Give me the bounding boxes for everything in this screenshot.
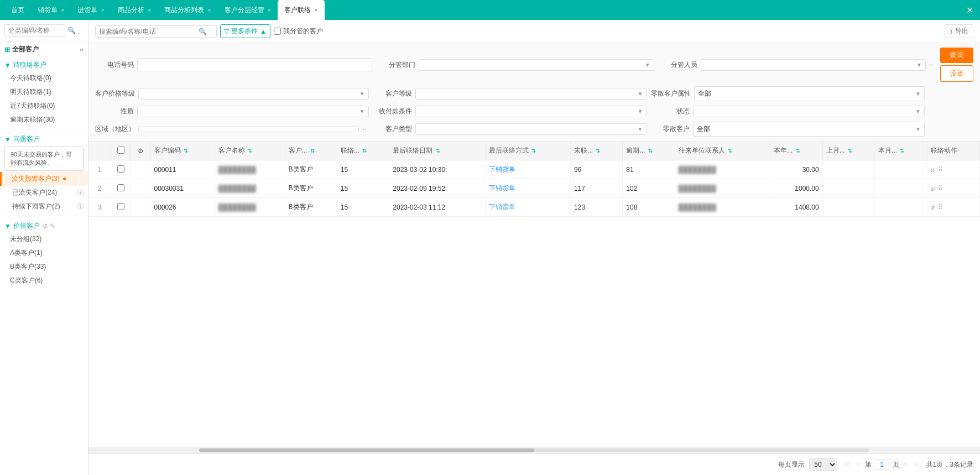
action-menu-icon-0[interactable]: ⠿ bbox=[938, 166, 943, 174]
filter-payment-arrow: ▼ bbox=[637, 108, 643, 114]
cell-method-0[interactable]: 下销货单 bbox=[486, 160, 571, 179]
next-page-btn[interactable]: > bbox=[901, 460, 910, 469]
tab-analysis[interactable]: 商品分析 × bbox=[111, 0, 158, 20]
action-link-icon-1[interactable]: ⌀ bbox=[931, 185, 935, 192]
h-scrollbar-area[interactable] bbox=[88, 447, 980, 453]
last-page-btn[interactable]: >| bbox=[912, 460, 922, 469]
settings-button[interactable]: 设置 bbox=[940, 65, 973, 82]
sidebar-search-input[interactable] bbox=[4, 24, 65, 36]
sidebar-collapse-icon[interactable]: « bbox=[80, 46, 84, 54]
th-no-contact[interactable]: 未联... ⇅ bbox=[570, 142, 622, 160]
th-last-contact-method[interactable]: 最后联络方式 ⇅ bbox=[486, 142, 571, 160]
filter-region-select[interactable] bbox=[138, 127, 359, 132]
cell-settings-0 bbox=[131, 160, 150, 179]
tab-analysis-list[interactable]: 商品分析列表 × bbox=[158, 0, 217, 20]
action-link-icon-2[interactable]: ⌀ bbox=[931, 203, 935, 211]
filter-retail-customer-select[interactable]: 全部 ▼ bbox=[693, 122, 925, 137]
value-group-add-icon[interactable]: ✎ bbox=[50, 222, 55, 230]
cell-checkbox-0[interactable] bbox=[111, 160, 131, 179]
sort-arrow-date: ⇅ bbox=[436, 148, 440, 154]
page-number-input[interactable] bbox=[874, 459, 890, 470]
sidebar-item-today-contact[interactable]: 今天待联络(0) bbox=[0, 71, 88, 85]
more-conditions-btn[interactable]: ▽ 更多条件 ▲ bbox=[220, 24, 270, 38]
th-overdue[interactable]: 逾期... ⇅ bbox=[623, 142, 675, 160]
table-row: 2 00030031 ████████ B类客户 15 2023-02-09 1… bbox=[88, 179, 980, 198]
cell-method-1[interactable]: 下销货单 bbox=[486, 179, 571, 198]
tab-sales-close[interactable]: × bbox=[61, 7, 64, 13]
page-size-select[interactable]: 50 100 200 bbox=[809, 458, 837, 471]
sort-arrow-thismonth: ⇅ bbox=[900, 148, 904, 154]
th-this-year[interactable]: 本年... ⇅ bbox=[770, 142, 822, 160]
th-this-month[interactable]: 本月... ⇅ bbox=[875, 142, 927, 160]
th-customer-type[interactable]: 客户... ⇅ bbox=[285, 142, 337, 160]
tab-analysis-list-close[interactable]: × bbox=[207, 7, 211, 13]
query-button[interactable]: 查询 bbox=[940, 48, 973, 63]
filter-phone-input[interactable] bbox=[137, 58, 372, 71]
action-link-icon-0[interactable]: ⌀ bbox=[931, 166, 935, 174]
filter-customer-tier-select[interactable]: ▼ bbox=[415, 88, 647, 100]
prev-page-btn[interactable]: < bbox=[854, 460, 862, 469]
filter-payment-select[interactable]: ▼ bbox=[415, 106, 647, 117]
filter-dept-select[interactable]: ▼ bbox=[419, 59, 654, 71]
arrow-value-icon: ▼ bbox=[4, 222, 11, 230]
export-button[interactable]: ↑ 导出 bbox=[945, 24, 973, 38]
sidebar-item-churned[interactable]: 已流失客户(24) ⓘ bbox=[0, 186, 88, 200]
th-contact[interactable]: 联络... ⇅ bbox=[337, 142, 389, 160]
th-customer-name[interactable]: 客户名称 ⇅ bbox=[215, 142, 285, 160]
filter-retail-customer-value: 全部 bbox=[697, 124, 710, 134]
filter-customer-type-select[interactable]: ▼ bbox=[415, 123, 647, 135]
tab-customer-contact-close[interactable]: × bbox=[314, 7, 317, 13]
sidebar-item-class-a[interactable]: A类客户(1) bbox=[0, 246, 88, 260]
tab-purchase[interactable]: 进货单 × bbox=[71, 0, 111, 20]
group-problem-customers[interactable]: ▼ 问题客户 bbox=[0, 132, 88, 145]
sidebar-item-overdue-contact[interactable]: 逾期未联络(30) bbox=[0, 113, 88, 127]
sidebar-item-unclassified[interactable]: 未分组(32) bbox=[0, 232, 88, 246]
sidebar-item-churn-warning[interactable]: 流失预警客户(3) ● bbox=[0, 172, 88, 186]
window-close-button[interactable]: ✕ bbox=[966, 5, 973, 15]
all-customers-header[interactable]: ⊞ 全部客户 « bbox=[0, 41, 88, 58]
tab-sales[interactable]: 销货单 × bbox=[31, 0, 71, 20]
data-table-wrapper: ⚙ 客户编码 ⇅ 客户名称 ⇅ 客户... ⇅ bbox=[88, 142, 980, 447]
tab-customer-contact[interactable]: 客户联络 × bbox=[278, 0, 324, 20]
tab-home[interactable]: 首页 bbox=[4, 0, 31, 20]
tab-purchase-close[interactable]: × bbox=[101, 7, 104, 13]
th-settings[interactable]: ⚙ bbox=[131, 142, 150, 160]
sidebar-item-tomorrow-contact[interactable]: 明天待联络(1) bbox=[0, 85, 88, 99]
sidebar-item-7day-contact[interactable]: 近7天待联络(0) bbox=[0, 99, 88, 113]
sidebar-item-class-b[interactable]: B类客户(33) bbox=[0, 260, 88, 274]
action-menu-icon-2[interactable]: ⠿ bbox=[938, 203, 943, 211]
first-page-btn[interactable]: |< bbox=[842, 460, 852, 469]
toolbar-search-box: 🔍 bbox=[95, 25, 217, 38]
cell-checkbox-1[interactable] bbox=[111, 179, 131, 198]
cell-checkbox-2[interactable] bbox=[111, 198, 131, 217]
filter-price-tier-select[interactable]: ▼ bbox=[138, 88, 369, 100]
cell-method-2[interactable]: 下销货单 bbox=[486, 198, 571, 217]
table-footer: 每页显示 50 100 200 |< < 第 页 > >| 共1页，3条记录 bbox=[88, 453, 980, 475]
filter-retail-attr-select[interactable]: 全部 ▼ bbox=[694, 86, 925, 101]
sidebar-item-class-c[interactable]: C类客户(6) bbox=[0, 274, 88, 288]
my-customers-checkbox[interactable] bbox=[274, 28, 281, 35]
action-menu-icon-1[interactable]: ⠿ bbox=[938, 185, 943, 192]
sidebar-search-icon[interactable]: 🔍 bbox=[67, 27, 76, 34]
tab-customer-tier[interactable]: 客户分层经营 × bbox=[218, 0, 278, 20]
toolbar-search-icon[interactable]: 🔍 bbox=[199, 28, 207, 35]
filter-person-select[interactable]: ▼ bbox=[701, 59, 926, 71]
group-pending-contact[interactable]: ▼ 待联络客户 bbox=[0, 58, 88, 71]
th-last-month[interactable]: 上月... ⇅ bbox=[822, 142, 874, 160]
tab-customer-tier-close[interactable]: × bbox=[268, 7, 271, 13]
toolbar-search-input[interactable] bbox=[99, 28, 199, 35]
group-value-customers[interactable]: ▼ 价值客户 ↺ ✎ bbox=[0, 218, 88, 232]
tab-analysis-close[interactable]: × bbox=[148, 7, 151, 13]
th-last-contact-date[interactable]: 最后联络日期 ⇅ bbox=[389, 142, 486, 160]
sidebar-item-declining[interactable]: 持续下滑客户(2) ⓘ bbox=[0, 200, 88, 213]
filter-status-select[interactable]: ▼ bbox=[693, 106, 925, 117]
filter-region-more[interactable]: ··· bbox=[359, 126, 369, 133]
value-group-edit-icon[interactable]: ↺ bbox=[42, 222, 48, 230]
filter-person-more[interactable]: ··· bbox=[926, 61, 936, 69]
th-unit-contact[interactable]: 往来单位联系人 ⇅ bbox=[675, 142, 770, 160]
my-customers-filter[interactable]: 我分管的客户 bbox=[274, 27, 323, 36]
th-customer-code[interactable]: 客户编码 ⇅ bbox=[150, 142, 215, 160]
select-all-checkbox[interactable] bbox=[117, 147, 124, 154]
filter-region: 区域（地区） ··· bbox=[95, 124, 369, 134]
filter-nature-select[interactable]: ▼ bbox=[137, 106, 369, 117]
